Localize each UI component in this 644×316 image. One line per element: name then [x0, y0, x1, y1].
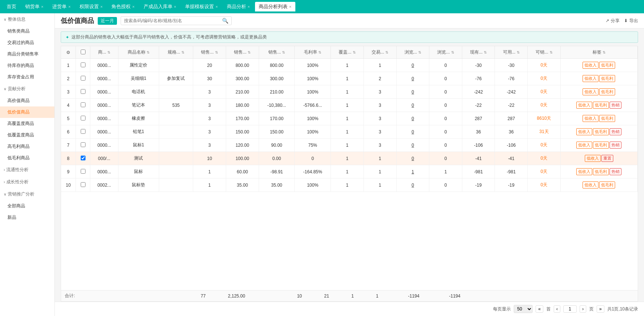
close-tab-icon[interactable]: ×: [68, 4, 70, 9]
days-value: 0天: [541, 62, 548, 68]
sidebar-item-低价值商品[interactable]: 低价值商品: [0, 106, 54, 118]
last-page-button[interactable]: »: [597, 305, 604, 313]
cell-sale_qty: 1: [193, 165, 226, 179]
view-link[interactable]: 0: [412, 63, 414, 68]
sidebar-item-待库存的商品[interactable]: 待库存的商品: [0, 60, 54, 71]
row-checkbox[interactable]: [81, 182, 85, 187]
sidebar-section-成长性分析[interactable]: ›成长性分析: [0, 176, 54, 188]
row-checkbox[interactable]: [81, 62, 85, 67]
next-page-button[interactable]: ›: [580, 305, 586, 313]
close-tab-icon[interactable]: ×: [289, 4, 291, 9]
table-container[interactable]: ⚙商... ⇅商品名称 ⇅规格... ⇅销售... ⇅销售... ⇅销售... …: [61, 46, 638, 290]
sidebar-item-交易过的商品[interactable]: 交易过的商品: [0, 37, 54, 48]
nav-tab-角色授权[interactable]: 角色授权×: [108, 2, 138, 11]
first-page-button[interactable]: «: [536, 305, 543, 313]
sidebar-item-库存资金占用[interactable]: 库存资金占用: [0, 71, 54, 83]
table-row: 8000/...测试10100.000.0001100-41-410天低收入重置: [61, 152, 638, 165]
row-checkbox[interactable]: [81, 76, 85, 81]
sidebar-item-商品分类销售率[interactable]: 商品分类销售率: [0, 48, 54, 60]
view-link[interactable]: 0: [412, 76, 414, 81]
sidebar-section-流通性分析[interactable]: ›流通性分析: [0, 164, 54, 176]
col-header-trade[interactable]: 交易... ⇅: [363, 46, 396, 59]
share-button[interactable]: ↗ 分享: [606, 18, 620, 24]
cell-tags: 低收入低毛利热销: [560, 139, 637, 152]
row-checkbox[interactable]: [81, 102, 85, 107]
search-input[interactable]: [124, 18, 220, 23]
close-tab-icon[interactable]: ×: [100, 4, 103, 9]
sidebar-item-新品[interactable]: 新品: [0, 212, 54, 223]
view-link[interactable]: 0: [412, 156, 414, 161]
cell-available: -41: [495, 152, 528, 165]
view-link[interactable]: 0: [412, 89, 414, 95]
col-header-view2[interactable]: 浏览... ⇅: [429, 46, 462, 59]
sidebar-section-营销推广分析[interactable]: ∨营销推广分析: [0, 188, 54, 200]
page-size-select[interactable]: 50 100: [514, 305, 533, 313]
row-checkbox[interactable]: [81, 169, 85, 174]
nav-tab-首页[interactable]: 首页: [3, 2, 20, 11]
col-header-spec[interactable]: 规格... ⇅: [159, 46, 193, 59]
settings-icon[interactable]: ⚙: [66, 50, 70, 55]
sidebar-item-全部商品[interactable]: 全部商品: [0, 200, 54, 212]
nav-tab-权限设置[interactable]: 权限设置×: [76, 2, 106, 11]
col-header-settings[interactable]: ⚙: [61, 46, 76, 59]
close-tab-icon[interactable]: ×: [41, 4, 43, 9]
page-input[interactable]: [563, 305, 577, 313]
cell-days: 8610天: [528, 112, 561, 125]
nav-tab-单据模板设置[interactable]: 单据模板设置×: [181, 2, 221, 11]
col-header-checkbox[interactable]: [76, 46, 90, 59]
view-link[interactable]: 0: [412, 183, 414, 188]
export-button[interactable]: ⬇ 导出: [624, 18, 638, 24]
col-header-code[interactable]: 商... ⇅: [90, 46, 118, 59]
sidebar-item-低毛利商品[interactable]: 低毛利商品: [0, 152, 54, 164]
period-button[interactable]: 近一月: [98, 17, 117, 25]
col-header-view1[interactable]: 浏览... ⇅: [396, 46, 429, 59]
sidebar-item-低覆盖度商品[interactable]: 低覆盖度商品: [0, 129, 54, 141]
col-header-sale_amount[interactable]: 销售... ⇅: [226, 46, 259, 59]
col-header-name[interactable]: 商品名称 ⇅: [118, 46, 159, 59]
search-icon[interactable]: 🔍: [222, 18, 228, 24]
cell-sale_profit: 150.00: [259, 125, 295, 139]
row-checkbox[interactable]: [81, 89, 85, 94]
chevron-icon: ›: [4, 168, 5, 172]
cell-current: -30: [462, 59, 495, 72]
nav-tab-商品分析[interactable]: 商品分析×: [223, 2, 254, 11]
col-header-available[interactable]: 可用... ⇅: [495, 46, 528, 59]
nav-tab-进货单[interactable]: 进货单×: [48, 2, 74, 11]
col-header-coverage[interactable]: 覆盖... ⇅: [331, 46, 364, 59]
sort-icon: ⇅: [517, 50, 520, 54]
nav-tab-商品分析列表[interactable]: 商品分析列表×: [255, 2, 295, 11]
view-link[interactable]: 0: [412, 129, 414, 135]
nav-tab-产成品入库单[interactable]: 产成品入库单×: [140, 2, 180, 11]
close-tab-icon[interactable]: ×: [248, 4, 250, 9]
sidebar-item-销售类商品[interactable]: 销售类商品: [0, 26, 54, 37]
sidebar-item-高覆盖度商品[interactable]: 高覆盖度商品: [0, 118, 54, 129]
nav-tab-销货单[interactable]: 销货单×: [21, 2, 47, 11]
col-header-tags[interactable]: 标签 ⇅: [560, 46, 637, 59]
close-tab-icon[interactable]: ×: [132, 4, 134, 9]
select-all-checkbox[interactable]: [81, 50, 85, 54]
view-link[interactable]: 0: [412, 103, 414, 108]
view-link[interactable]: 0: [412, 116, 414, 121]
view-link[interactable]: 0: [412, 143, 414, 148]
prev-page-button[interactable]: ‹: [554, 305, 560, 313]
row-checkbox[interactable]: [81, 142, 85, 147]
sidebar-section-贡献分析[interactable]: ∨贡献分析: [0, 83, 54, 95]
col-header-current[interactable]: 现有... ⇅: [462, 46, 495, 59]
col-header-saleable[interactable]: 可销... ⇅: [528, 46, 561, 59]
col-header-sale_profit[interactable]: 销售... ⇅: [259, 46, 295, 59]
close-tab-icon[interactable]: ×: [215, 4, 218, 9]
sidebar-section-整体信息[interactable]: ∨整体信息: [0, 13, 54, 26]
row-checkbox[interactable]: [81, 156, 85, 160]
cell-days: 31天: [528, 125, 561, 139]
cell-trade: 1: [363, 152, 396, 165]
col-header-gross_margin[interactable]: 毛利率 ⇅: [295, 46, 331, 59]
sidebar-item-高毛利商品[interactable]: 高毛利商品: [0, 141, 54, 152]
sidebar-item-高价值商品[interactable]: 高价值商品: [0, 95, 54, 106]
cell-sale_amount: 210.00: [226, 85, 259, 99]
close-tab-icon[interactable]: ×: [174, 4, 176, 9]
row-checkbox[interactable]: [81, 116, 85, 120]
col-header-sale_qty[interactable]: 销售... ⇅: [193, 46, 226, 59]
tag-label: 低收入: [583, 88, 598, 95]
view-link[interactable]: 1: [412, 169, 414, 174]
row-checkbox[interactable]: [81, 129, 85, 134]
